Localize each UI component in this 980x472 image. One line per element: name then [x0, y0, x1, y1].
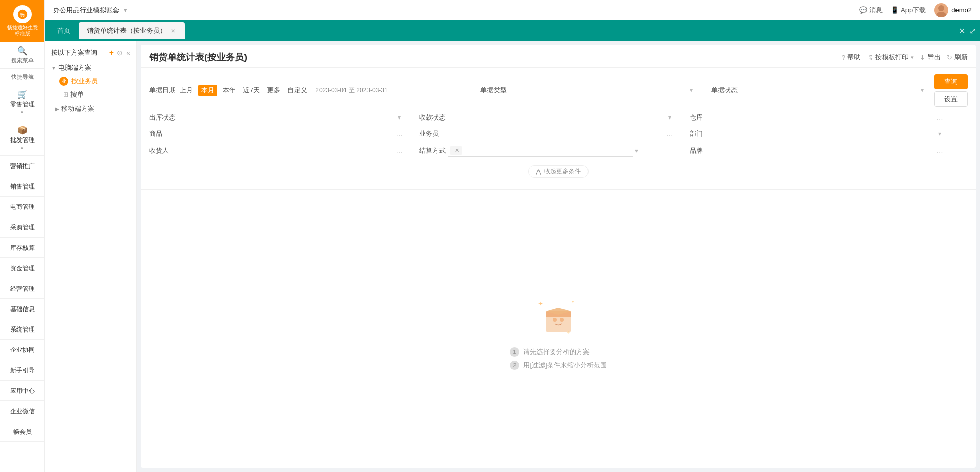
sidebar-item-wechat[interactable]: 企业微信 [0, 401, 44, 421]
collapse-panel-btn[interactable]: « [126, 49, 130, 57]
receiver-input[interactable] [178, 145, 395, 156]
date-tab-7days[interactable]: 近7天 [241, 85, 262, 96]
date-range: 2023-03-01 至 2023-03-31 [315, 86, 387, 95]
outstatus-select[interactable]: ▾ [178, 112, 403, 123]
tip-2-text: 用[过滤]条件来缩小分析范围 [523, 361, 606, 370]
plan-child-salesman[interactable]: 业 按业务员 [49, 75, 132, 88]
export-btn[interactable]: ⬇ 导出 [920, 53, 941, 62]
date-selector: 上月 本月 本年 近7天 更多 自定义 2023-03-01 至 2023-03… [178, 85, 388, 96]
warehouse-input[interactable] [718, 112, 935, 123]
sidebar-item-enterprise[interactable]: 企业协同 [0, 340, 44, 360]
tab-expand-icon[interactable]: ⤢ [969, 26, 976, 36]
retail-label: 零售管理 [10, 100, 35, 109]
settings-plan-btn[interactable]: ⊙ [117, 49, 123, 57]
report-tab-label: 销货单统计表（按业务员） [87, 26, 166, 35]
plan-parent-mobile[interactable]: ▶ 移动端方案 [53, 102, 136, 115]
settlement-arrow: ▾ [635, 147, 638, 154]
plan-icon: ⊞ [63, 91, 68, 98]
collapse-up-icon: ⋀ [536, 168, 541, 175]
date-tab-thisyear[interactable]: 本年 [220, 85, 238, 96]
sidebar-item-newbie[interactable]: 新手引导 [0, 360, 44, 381]
sidebar-item-finance[interactable]: 资金管理 [0, 258, 44, 278]
date-tab-more[interactable]: 更多 [265, 85, 282, 96]
svg-point-10 [553, 318, 557, 322]
brand-input[interactable] [718, 145, 935, 156]
home-tab-label: 首页 [57, 26, 70, 35]
goods-dots[interactable]: … [396, 130, 403, 138]
print-btn[interactable]: 🖨 按模板打印 ▾ [867, 53, 914, 62]
settlement-dropdown[interactable]: ▾ [633, 146, 673, 156]
plan-section-desktop: ▼ 电脑端方案 业 按业务员 ⊞ 按单 [45, 61, 136, 101]
filter-row-1: 单据日期 上月 本月 本年 近7天 更多 自定义 2023-03-01 至 20… [149, 74, 968, 107]
page-header: 销货单统计表(按业务员) ? 帮助 🖨 按模板打印 ▾ ⬇ 导出 [141, 45, 976, 68]
sidebar-item-system[interactable]: 系统管理 [0, 319, 44, 340]
brand-dots[interactable]: … [936, 147, 943, 155]
search-menu-icon: 🔍 [17, 46, 28, 56]
finance-label: 资金管理 [10, 264, 35, 273]
department-select[interactable]: ▾ [718, 129, 943, 139]
query-btn[interactable]: 查询 [934, 74, 968, 89]
topbar-user[interactable]: demo2 [934, 3, 972, 17]
sidebar-item-basic[interactable]: 基础信息 [0, 299, 44, 319]
receiver-dots[interactable]: … [396, 147, 403, 155]
doctype-arrow: ▾ [690, 87, 693, 94]
tabbar: 首页 销货单统计表（按业务员） ✕ ✕ ⤢ [45, 20, 980, 41]
filter-receiver: 收货人 … [149, 145, 403, 156]
paystatus-select[interactable]: ▾ [448, 112, 673, 123]
date-tab-thismonth[interactable]: 本月 [198, 85, 217, 96]
doctype-select[interactable]: ▾ [509, 85, 695, 96]
settlement-tag-remove[interactable]: ✕ [455, 147, 459, 154]
goods-input[interactable] [178, 128, 395, 139]
collapse-bar[interactable]: ⋀ 收起更多条件 [149, 162, 968, 183]
svg-text:✦: ✦ [571, 300, 575, 304]
sidebar-item-member[interactable]: 畅会员 [0, 421, 44, 442]
tab-close-all-icon[interactable]: ✕ [959, 26, 965, 36]
help-btn[interactable]: ? 帮助 [842, 53, 861, 62]
wholesale-expand-icon: ▲ [20, 145, 25, 150]
plan-parent-desktop[interactable]: ▼ 电脑端方案 [49, 61, 132, 75]
department-label: 部门 [690, 129, 718, 138]
add-plan-btn[interactable]: + [109, 48, 114, 57]
filter-doctype: 单据类型 ▾ [480, 85, 695, 96]
plan-child-by-order[interactable]: ⊞ 按单 [49, 88, 132, 101]
refresh-btn[interactable]: ↻ 刷新 [947, 53, 968, 62]
sidebar-item-purchase[interactable]: 采购管理 [0, 217, 44, 238]
sidebar-item-retail[interactable]: 🛒 零售管理 ▲ [0, 84, 44, 120]
topbar-appdownload-btn[interactable]: 📱 App下载 [891, 6, 926, 15]
salesman-dots[interactable]: … [666, 130, 673, 138]
svg-point-3 [936, 12, 946, 17]
tip-1-num: 1 [510, 347, 519, 357]
docstatus-select[interactable]: ▾ [740, 85, 926, 96]
sidebar-item-apps[interactable]: 应用中心 [0, 381, 44, 401]
sidebar-search-label: 搜索菜单 [11, 57, 34, 64]
sidebar-shortcut-nav[interactable]: 快捷导航 [0, 69, 44, 84]
filter-brand: 品牌 … [690, 145, 943, 156]
sidebar-item-wholesale[interactable]: 📦 批发管理 ▲ [0, 120, 44, 156]
sales-label: 销售管理 [10, 182, 35, 191]
tab-home[interactable]: 首页 [49, 22, 79, 39]
topbar-dropdown-icon[interactable]: ▾ [124, 6, 127, 14]
topbar-message-btn[interactable]: 💬 消息 [859, 6, 883, 15]
brand-label: 品牌 [690, 146, 718, 155]
sidebar-item-inventory[interactable]: 库存核算 [0, 238, 44, 258]
enterprise-label: 企业协同 [10, 346, 35, 355]
sidebar-item-marketing[interactable]: 营销推广 [0, 156, 44, 176]
member-label: 畅会员 [13, 428, 32, 436]
tab-report[interactable]: 销货单统计表（按业务员） ✕ [79, 22, 185, 39]
sidebar-item-operation[interactable]: 经营管理 [0, 278, 44, 299]
salesman-input[interactable] [448, 128, 665, 139]
settings-btn[interactable]: 设置 [934, 91, 968, 107]
tab-close-btn[interactable]: ✕ [169, 27, 177, 34]
print-label: 按模板打印 [875, 53, 909, 62]
sidebar-search-menu[interactable]: 🔍 搜索菜单 [0, 42, 44, 69]
sidebar-item-sales[interactable]: 销售管理 [0, 176, 44, 197]
refresh-icon: ↻ [947, 54, 952, 61]
warehouse-dots[interactable]: … [936, 113, 943, 122]
date-tab-custom[interactable]: 自定义 [285, 85, 309, 96]
date-label: 单据日期 [149, 86, 178, 95]
docstatus-arrow: ▾ [921, 87, 924, 94]
sidebar-item-ecommerce[interactable]: 电商管理 [0, 197, 44, 217]
left-panel-actions: + ⊙ « [109, 48, 130, 57]
date-tab-lastmonth[interactable]: 上月 [178, 85, 195, 96]
logo-text: 畅捷通好生意 标准版 [7, 25, 38, 37]
